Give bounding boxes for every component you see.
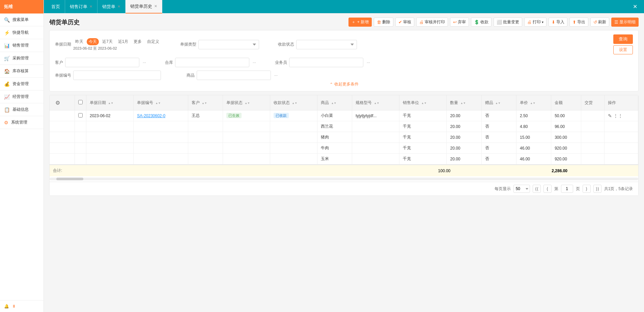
row-checkbox-cell[interactable] <box>75 143 86 154</box>
sidebar-item-sales-mgmt[interactable]: 📊 销售管理 <box>0 39 44 52</box>
refresh-icon: ↺ <box>593 20 597 25</box>
refresh-button[interactable]: ↺ 刷新 <box>590 18 609 27</box>
collapse-button[interactable]: ⌃ 收起更多条件 <box>55 81 633 87</box>
customer-input[interactable] <box>65 58 139 67</box>
table-settings-icon[interactable]: ⚙ <box>53 98 62 107</box>
row-doc-status: 已生效 <box>223 110 270 121</box>
col-payment-status[interactable]: 收款状态 ▲▼ <box>270 95 317 110</box>
sidebar-item-inventory[interactable]: 🏠 库存核算 <box>0 65 44 78</box>
scrollbar-thumb[interactable] <box>56 178 83 180</box>
first-page-button[interactable]: ⟨⟨ <box>533 185 541 193</box>
doc-type-select[interactable] <box>198 40 259 49</box>
doc-num-input[interactable] <box>73 71 161 80</box>
salesperson-dots-button[interactable]: ··· <box>367 60 370 65</box>
shortcut-custom[interactable]: 自定义 <box>145 38 161 45</box>
close-all-tabs-button[interactable]: ✕ <box>629 3 641 10</box>
sidebar-item-system-mgmt[interactable]: ⚙ 系统管理 <box>0 116 44 129</box>
col-unit-price[interactable]: 单价 ▲▼ <box>516 95 551 110</box>
sidebar-item-quick-nav[interactable]: ⚡ 快捷导航 <box>0 26 44 39</box>
row-unit: 千克 <box>399 154 447 164</box>
pause-icon[interactable]: ⏸ <box>12 304 16 309</box>
row-actions-cell <box>604 143 638 154</box>
export-button[interactable]: ⬆ 导出 <box>569 18 588 27</box>
chevron-up-icon: ⌃ <box>330 82 333 87</box>
prev-page-button[interactable]: ⟨ <box>543 185 552 193</box>
row-checkbox-cell[interactable] <box>75 132 86 143</box>
horizontal-scrollbar[interactable] <box>50 178 638 180</box>
sidebar-item-operations[interactable]: 📈 经营管理 <box>0 90 44 103</box>
settings-button[interactable]: 设置 <box>613 45 633 54</box>
main-area: 首页 销售订单 ✕ 销货单 ✕ 销货单历史 ✕ ✕ 销货单历史 ＋ + 新增 <box>44 0 644 312</box>
salesperson-input[interactable] <box>289 58 363 67</box>
delete-button[interactable]: 🗑 删除 <box>374 18 393 27</box>
payment-status-select[interactable] <box>296 40 357 49</box>
next-page-button[interactable]: ⟩ <box>583 185 591 193</box>
doc-num-link[interactable]: SA-20230602-0 <box>137 113 165 118</box>
table-row: 西兰花 千克 20.00 否 4.80 96.00 <box>50 121 638 132</box>
col-doc-status[interactable]: 单据状态 ▲▼ <box>223 95 270 110</box>
select-all-checkbox[interactable] <box>78 100 83 104</box>
notification-icon[interactable]: 🔔 <box>4 304 9 309</box>
audit-button[interactable]: ✔ 审核 <box>395 18 414 27</box>
batch-change-button[interactable]: ⬜ 批量变更 <box>494 18 522 27</box>
warehouse-input[interactable] <box>175 58 249 67</box>
shortcut-yesterday[interactable]: 昨天 <box>73 38 85 45</box>
row-gift: 否 <box>481 132 516 143</box>
last-page-button[interactable]: ⟩⟩ <box>593 185 601 193</box>
more-action-icon[interactable]: ⋮⋮ <box>613 113 623 119</box>
close-tab-sales-history-icon[interactable]: ✕ <box>154 4 157 8</box>
page-number-input[interactable] <box>561 185 573 193</box>
col-doc-date[interactable]: 单据日期 ▲▼ <box>86 95 134 110</box>
col-qty[interactable]: 数量 ▲▼ <box>447 95 481 110</box>
col-spec[interactable]: 规格型号 ▲▼ <box>352 95 399 110</box>
row-unit-price: 2.50 <box>516 110 551 121</box>
tab-sales-order[interactable]: 销售订单 ✕ <box>65 0 97 14</box>
sidebar-item-search-menu[interactable]: 🔍 搜索菜单 <box>0 14 44 26</box>
col-goods[interactable]: 商品 ▲▼ <box>317 95 352 110</box>
col-gift[interactable]: 赠品 ▲▼ <box>481 95 516 110</box>
col-settings[interactable]: ⚙ <box>50 95 75 110</box>
date-shortcuts: 昨天 今天 近7天 近1月 更多 自定义 <box>73 38 161 45</box>
col-checkbox[interactable] <box>75 95 86 110</box>
goods-dots-button[interactable]: ··· <box>274 73 278 78</box>
sidebar-item-base-info[interactable]: 📋 基础信息 <box>0 103 44 116</box>
total-amount: 2,286.00 <box>552 168 567 173</box>
shortcut-more[interactable]: 更多 <box>132 38 144 45</box>
new-button[interactable]: ＋ + 新增 <box>348 18 372 27</box>
col-doc-num[interactable]: 单据编号 ▲▼ <box>134 95 188 110</box>
print-dropdown-icon: ▾ <box>542 20 543 24</box>
shortcut-1month[interactable]: 近1月 <box>116 38 131 45</box>
col-customer[interactable]: 客户 ▲▼ <box>188 95 223 110</box>
row-trade <box>581 121 604 132</box>
tab-sales-goods[interactable]: 销货单 ✕ <box>97 0 125 14</box>
query-button[interactable]: 查询 <box>613 34 633 44</box>
close-tab-sales-order-icon[interactable]: ✕ <box>89 4 92 9</box>
row-checkbox-cell[interactable] <box>75 154 86 164</box>
col-unit[interactable]: 销售单位 ▲▼ <box>399 95 447 110</box>
tab-sales-history[interactable]: 销货单历史 ✕ <box>125 0 162 14</box>
row-checkbox[interactable] <box>78 113 83 118</box>
goods-input[interactable] <box>197 71 271 80</box>
collect-button[interactable]: 💲 收款 <box>471 18 492 27</box>
row-trade <box>581 143 604 154</box>
edit-action-icon[interactable]: ✎ <box>608 113 612 119</box>
tab-home[interactable]: 首页 <box>47 0 65 14</box>
row-checkbox-cell[interactable] <box>75 121 86 132</box>
close-tab-sales-goods-icon[interactable]: ✕ <box>117 4 120 9</box>
sidebar-item-finance[interactable]: 💰 资金管理 <box>0 78 44 90</box>
sidebar-item-purchase-mgmt[interactable]: 🛒 采购管理 <box>0 52 44 65</box>
row-checkbox-cell[interactable] <box>75 110 86 121</box>
import-button[interactable]: ⬇ 导入 <box>549 18 567 27</box>
customer-dots-button[interactable]: ··· <box>143 60 146 65</box>
shortcut-7days[interactable]: 近7天 <box>100 38 115 45</box>
audit-print-button[interactable]: 🖨 审核并打印 <box>416 18 448 27</box>
per-page-select[interactable]: 50 100 200 <box>513 185 530 193</box>
print-button[interactable]: 🖨 打印 ▾ <box>524 18 547 27</box>
plus-icon: ＋ <box>352 19 356 25</box>
abandon-button[interactable]: ↩ 弃审 <box>450 18 469 27</box>
show-detail-button[interactable]: ☰ 显示明细 <box>611 18 639 27</box>
row-qty: 20.00 <box>447 154 481 164</box>
warehouse-dots-button[interactable]: ··· <box>253 60 256 65</box>
row-amount: 920.00 <box>551 154 581 164</box>
shortcut-today[interactable]: 今天 <box>87 38 99 45</box>
